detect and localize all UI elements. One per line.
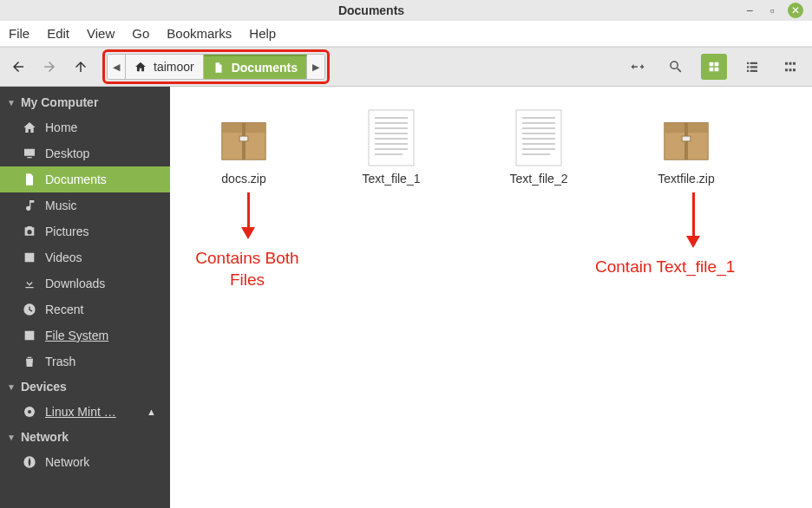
download-icon — [23, 277, 36, 290]
sidebar-item-music[interactable]: Music — [0, 192, 170, 218]
menu-go[interactable]: Go — [132, 26, 149, 41]
music-icon — [23, 199, 36, 212]
text-file-icon — [363, 109, 420, 166]
breadcrumb-home-label: taimoor — [154, 60, 194, 74]
sidebar-item-recent[interactable]: Recent — [0, 296, 170, 322]
title-bar: Documents − ▫ ✕ — [0, 0, 812, 21]
sidebar-item-downloads[interactable]: Downloads — [0, 270, 170, 296]
breadcrumb-current-label: Documents — [232, 61, 298, 75]
pictures-icon — [23, 225, 36, 238]
chevron-down-icon: ▼ — [7, 98, 16, 107]
menu-edit[interactable]: Edit — [47, 26, 69, 41]
breadcrumb-highlighted: ◀ taimoor Documents ▶ — [102, 49, 330, 84]
file-item-textfile-zip[interactable]: Textfile.zip — [638, 109, 734, 186]
archive-icon — [215, 109, 272, 166]
sidebar-section-devices[interactable]: ▼ Devices — [0, 374, 170, 399]
sidebar-item-label: Videos — [45, 251, 82, 264]
home-icon — [23, 120, 36, 134]
file-grid: docs.zip Text_file_1 T — [170, 87, 812, 186]
sidebar-item-desktop[interactable]: Desktop — [0, 140, 170, 166]
sidebar-item-label: Linux Mint … — [45, 405, 116, 419]
document-icon — [23, 173, 36, 186]
sidebar-item-network[interactable]: Network — [0, 449, 170, 475]
search-button[interactable] — [663, 54, 689, 80]
section-label: Devices — [21, 380, 67, 394]
icon-view-button[interactable] — [701, 54, 727, 80]
toolbar: ◀ taimoor Documents ▶ — [0, 47, 812, 87]
file-item-docs-zip[interactable]: docs.zip — [196, 109, 291, 186]
file-item-text1[interactable]: Text_file_1 — [344, 109, 439, 186]
svg-rect-5 — [239, 136, 248, 141]
sidebar-item-label: Network — [45, 455, 89, 469]
section-label: My Computer — [21, 95, 98, 109]
list-view-button[interactable] — [739, 54, 765, 80]
sidebar-item-linuxmint[interactable]: Linux Mint … ▲ — [0, 399, 170, 425]
forward-button[interactable] — [40, 57, 59, 76]
network-icon — [23, 455, 36, 469]
close-button[interactable]: ✕ — [788, 3, 803, 18]
menu-bar: File Edit View Go Bookmarks Help — [0, 21, 812, 47]
breadcrumb-home[interactable]: taimoor — [126, 55, 204, 79]
sidebar-item-label: File System — [45, 329, 108, 342]
recent-icon — [23, 303, 36, 316]
sidebar-item-label: Desktop — [45, 147, 89, 160]
breadcrumb: ◀ taimoor Documents ▶ — [107, 54, 325, 80]
menu-help[interactable]: Help — [249, 26, 276, 41]
eject-icon[interactable]: ▲ — [147, 407, 156, 417]
annotation-text-docs: Contains Both Files — [182, 248, 312, 290]
annotation-text-textzip: Contain Text_file_1 — [595, 257, 735, 278]
file-label: docs.zip — [196, 172, 291, 186]
sidebar-item-documents[interactable]: Documents — [0, 166, 170, 192]
annotation-arrow — [686, 192, 700, 248]
sidebar-item-filesystem[interactable]: File System — [0, 322, 170, 348]
breadcrumb-prev[interactable]: ◀ — [108, 55, 126, 79]
sidebar-item-home[interactable]: Home — [0, 114, 170, 140]
file-item-text2[interactable]: Text_file_2 — [491, 109, 586, 186]
annotation-arrow — [241, 192, 255, 239]
menu-view[interactable]: View — [87, 26, 115, 41]
home-icon — [134, 61, 147, 73]
breadcrumb-current[interactable]: Documents — [204, 55, 307, 79]
sidebar-item-label: Recent — [45, 303, 83, 316]
file-label: Text_file_2 — [491, 172, 586, 186]
window-title: Documents — [0, 3, 743, 17]
sidebar-item-trash[interactable]: Trash — [0, 348, 170, 374]
file-label: Text_file_1 — [344, 172, 439, 186]
svg-rect-27 — [682, 136, 691, 141]
sidebar-item-label: Downloads — [45, 277, 105, 290]
sidebar-item-label: Pictures — [45, 225, 89, 238]
svg-point-1 — [28, 410, 31, 414]
breadcrumb-next[interactable]: ▶ — [307, 55, 324, 79]
trash-icon — [23, 355, 36, 368]
sidebar-item-label: Music — [45, 199, 77, 212]
sidebar-section-network[interactable]: ▼ Network — [0, 425, 170, 449]
sidebar-item-pictures[interactable]: Pictures — [0, 218, 170, 244]
toggle-location-button[interactable] — [625, 54, 651, 80]
chevron-down-icon: ▼ — [7, 382, 16, 392]
document-icon — [213, 62, 225, 74]
content-area: ▼ My Computer Home Desktop Documents Mus… — [0, 87, 812, 508]
back-button[interactable] — [9, 57, 28, 76]
sidebar: ▼ My Computer Home Desktop Documents Mus… — [0, 87, 170, 508]
text-file-icon — [510, 109, 567, 166]
sidebar-item-label: Trash — [45, 355, 75, 368]
sidebar-item-videos[interactable]: Videos — [0, 244, 170, 270]
disk-icon — [23, 329, 36, 342]
disc-icon — [23, 405, 36, 419]
compact-view-button[interactable] — [777, 54, 803, 80]
sidebar-item-label: Documents — [45, 173, 107, 186]
menu-file[interactable]: File — [9, 26, 29, 41]
maximize-button[interactable]: ▫ — [765, 3, 779, 17]
archive-icon — [658, 109, 715, 166]
minimize-button[interactable]: − — [743, 3, 756, 17]
file-view[interactable]: docs.zip Text_file_1 T — [170, 87, 812, 508]
videos-icon — [23, 251, 36, 264]
menu-bookmarks[interactable]: Bookmarks — [167, 26, 232, 41]
chevron-down-icon: ▼ — [7, 433, 16, 442]
desktop-icon — [23, 147, 36, 160]
sidebar-section-computer[interactable]: ▼ My Computer — [0, 90, 170, 114]
file-label: Textfile.zip — [638, 172, 734, 186]
up-button[interactable] — [71, 57, 90, 76]
section-label: Network — [21, 430, 69, 444]
sidebar-item-label: Home — [45, 120, 77, 134]
